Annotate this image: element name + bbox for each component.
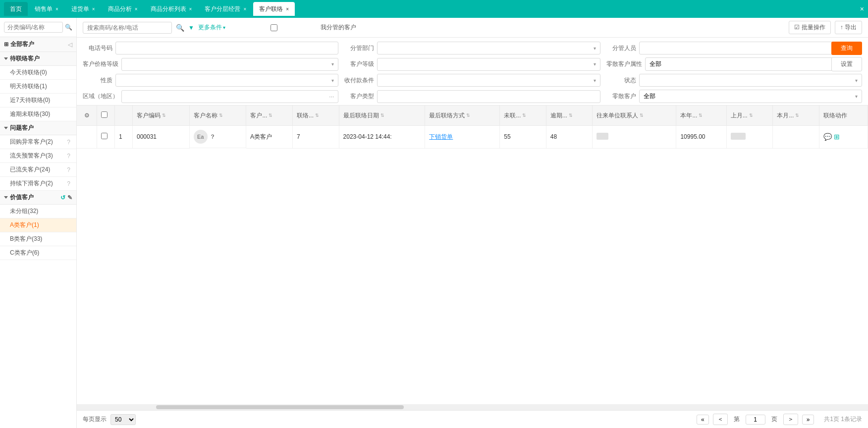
col-code-header[interactable]: 客户编码 ⇅: [133, 106, 190, 126]
col-checkbox-header[interactable]: [97, 106, 115, 126]
payment-field: 收付款条件 ▾: [344, 74, 600, 87]
sort-overdue-icon[interactable]: ⇅: [569, 113, 573, 118]
col-overdue-header[interactable]: 逾期... ⇅: [546, 106, 593, 126]
tab-customer-tier-close[interactable]: ×: [243, 6, 246, 12]
col-this-month-header[interactable]: 本月... ⇅: [773, 106, 819, 126]
my-customers-checkbox-label[interactable]: 我分管的客户: [229, 23, 356, 32]
customer-type-input[interactable]: [377, 90, 600, 103]
value-customers-header[interactable]: 价值客户 ↺ ✎: [0, 191, 76, 205]
row-seq: 1: [115, 126, 133, 149]
scrollbar-thumb[interactable]: [156, 405, 404, 409]
sidebar-item-tomorrow[interactable]: 明天待联络(1): [0, 80, 76, 94]
customer-tier-select[interactable]: ▾: [377, 58, 600, 71]
region-dots[interactable]: ···: [329, 93, 334, 100]
scatter-customer-select[interactable]: 全部 ▾: [639, 90, 862, 103]
row-select-checkbox[interactable]: [101, 133, 108, 139]
sort-contacts-icon[interactable]: ⇅: [315, 113, 319, 118]
sidebar-item-abnormal[interactable]: 回购异常客户(2) ?: [0, 135, 76, 149]
problem-customers-header[interactable]: 问题客户: [0, 121, 76, 135]
more-conditions-btn[interactable]: 更多条件 ▾: [198, 23, 225, 32]
sidebar-search-icon[interactable]: 🔍: [65, 24, 72, 31]
horizontal-scrollbar[interactable]: [77, 404, 868, 410]
row-last-contact-method[interactable]: 下销货单: [425, 126, 500, 149]
sidebar-item-overdue[interactable]: 逾期未联络(30): [0, 107, 76, 121]
tab-analysis-close[interactable]: ×: [135, 6, 138, 12]
tab-analysis[interactable]: 商品分析 ×: [102, 2, 144, 16]
scatter-attr-select[interactable]: 全部 ▾: [645, 57, 862, 71]
search-icon[interactable]: 🔍: [176, 24, 184, 32]
manager-input[interactable]: ···: [639, 42, 862, 54]
price-tier-select[interactable]: ▾: [121, 58, 338, 71]
tab-sales[interactable]: 销售单 ×: [29, 2, 64, 16]
export-btn[interactable]: ↑ 导出: [835, 21, 862, 34]
col-name-header[interactable]: 客户名称 ⇅: [189, 106, 246, 126]
sort-this-month-icon[interactable]: ⇅: [795, 113, 799, 118]
sidebar-item-week[interactable]: 近7天待联络(0): [0, 94, 76, 107]
col-this-year-header[interactable]: 本年... ⇅: [676, 106, 726, 126]
col-contacts-header[interactable]: 联络... ⇅: [293, 106, 339, 126]
nature-select[interactable]: ▾: [115, 74, 338, 87]
sidebar-collapse-icon[interactable]: ◁: [68, 41, 72, 48]
page-size-select[interactable]: 10 20 50 100: [110, 414, 136, 425]
sort-unit-icon[interactable]: ⇅: [640, 113, 644, 118]
tab-purchase-close[interactable]: ×: [92, 6, 95, 12]
payment-select[interactable]: ▾: [377, 74, 600, 87]
col-unit-contacts-header[interactable]: 往来单位联系人 ⇅: [593, 106, 676, 126]
last-page-btn[interactable]: »: [802, 415, 814, 425]
sort-method-icon[interactable]: ⇅: [466, 113, 470, 118]
page-number-input[interactable]: [746, 415, 765, 425]
dept-select[interactable]: ▾: [377, 42, 600, 54]
sidebar-search-input[interactable]: [4, 22, 63, 33]
pending-contact-header[interactable]: 待联络客户: [0, 52, 76, 66]
tab-purchase[interactable]: 进货单 ×: [65, 2, 101, 16]
sidebar-item-declining[interactable]: 持续下滑客户(2) ?: [0, 177, 76, 191]
tab-sales-close[interactable]: ×: [55, 6, 58, 12]
sort-year-icon[interactable]: ⇅: [699, 113, 703, 118]
sort-type-icon[interactable]: ⇅: [269, 113, 272, 118]
sidebar-item-a-class[interactable]: A类客户(1): [0, 218, 76, 232]
next-page-btn[interactable]: ＞: [783, 414, 798, 425]
edit-icon[interactable]: ✎: [67, 194, 72, 201]
sort-name-icon[interactable]: ⇅: [219, 113, 223, 118]
tab-customer-contact-close[interactable]: ×: [286, 6, 289, 12]
sidebar-item-unclassified[interactable]: 未分组(32): [0, 205, 76, 218]
tab-home[interactable]: 首页: [4, 2, 28, 16]
select-all-checkbox[interactable]: [101, 111, 108, 118]
sort-last-month-icon[interactable]: ⇅: [749, 113, 753, 118]
my-customers-checkbox[interactable]: [229, 24, 319, 31]
first-page-btn[interactable]: «: [697, 415, 709, 425]
status-select[interactable]: ▾: [639, 74, 862, 87]
col-last-contact-method-header[interactable]: 最后联络方式 ⇅: [425, 106, 500, 126]
tab-analysis-list-close[interactable]: ×: [189, 6, 192, 12]
tab-customer-tier[interactable]: 客户分层经营 ×: [199, 2, 252, 16]
settings-button[interactable]: 设置: [831, 57, 862, 71]
sidebar-item-today[interactable]: 今天待联络(0): [0, 66, 76, 80]
sort-date-icon[interactable]: ⇅: [380, 113, 384, 118]
sort-code-icon[interactable]: ⇅: [162, 113, 166, 118]
tab-analysis-list[interactable]: 商品分析列表 ×: [145, 2, 198, 16]
sidebar-item-b-class[interactable]: B类客户(33): [0, 232, 76, 246]
sidebar-item-c-class[interactable]: C类客户(6): [0, 246, 76, 260]
search-input[interactable]: [83, 22, 172, 34]
sidebar-item-churn-warning[interactable]: 流失预警客户(3) ?: [0, 149, 76, 163]
col-last-month-header[interactable]: 上月... ⇅: [726, 106, 773, 126]
query-button[interactable]: 查询: [831, 42, 862, 55]
filter-row-1: 电话号码 分管部门 ▾ 分管人员 ···: [83, 42, 862, 54]
batch-ops-btn[interactable]: ☑ 批量操作: [789, 21, 830, 34]
col-uncontacted-header[interactable]: 未联... ⇅: [500, 106, 546, 126]
prev-page-btn[interactable]: ＜: [713, 414, 728, 425]
col-settings[interactable]: ⚙: [77, 106, 97, 126]
qr-icon[interactable]: ⊞: [834, 133, 840, 141]
sidebar-item-churned[interactable]: 已流失客户(24) ?: [0, 163, 76, 177]
all-customers-header[interactable]: ⊞ 全部客户 ◁: [0, 37, 76, 52]
col-type-header[interactable]: 客户... ⇅: [246, 106, 293, 126]
row-checkbox[interactable]: [97, 126, 115, 149]
phone-input[interactable]: [115, 42, 338, 54]
refresh-icon[interactable]: ↺: [60, 194, 65, 201]
comment-icon[interactable]: 💬: [823, 133, 832, 141]
region-input[interactable]: ···: [121, 90, 338, 103]
col-last-contact-date-header[interactable]: 最后联络日期 ⇅: [339, 106, 425, 126]
close-all-tabs[interactable]: ×: [860, 5, 864, 13]
sort-uncontacted-icon[interactable]: ⇅: [522, 113, 526, 118]
tab-customer-contact[interactable]: 客户联络 ×: [253, 2, 295, 16]
